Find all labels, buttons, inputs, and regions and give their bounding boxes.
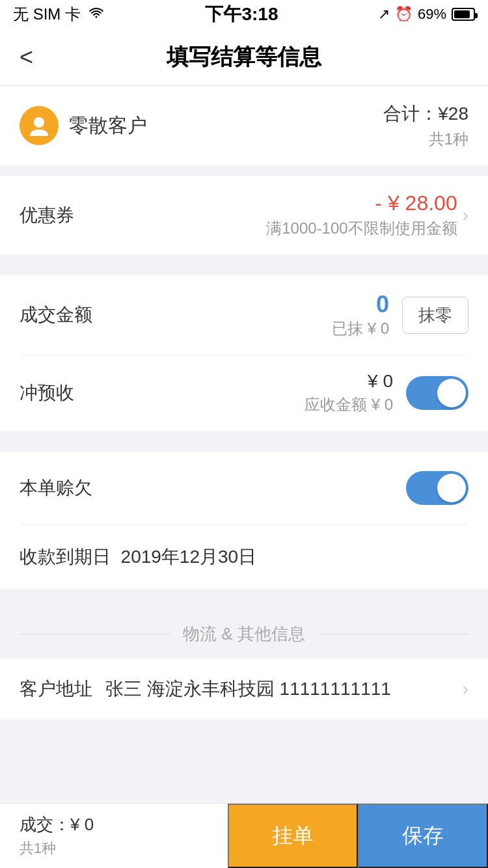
back-button[interactable]: < <box>20 44 33 71</box>
logistics-header: 物流 & 其他信息 <box>0 610 488 658</box>
status-left: 无 SIM 卡 <box>13 4 105 25</box>
status-time: 下午3:18 <box>205 2 278 27</box>
amount-value-wrap: 0 已抹 ¥ 0 <box>332 291 389 339</box>
no-sim-label: 无 SIM 卡 <box>13 4 81 25</box>
prepay-label: 冲预收 <box>20 381 74 405</box>
amount-subtext: 已抹 ¥ 0 <box>332 318 389 339</box>
amount-value: 0 <box>332 291 389 318</box>
customer-avatar <box>20 106 59 145</box>
coupon-subtext: 满1000-100不限制使用金额 <box>266 218 457 239</box>
debt-row: 本单赊欠 <box>0 452 488 524</box>
logistics-title: 物流 & 其他信息 <box>170 623 318 645</box>
bottom-bar: 成交：¥ 0 共1种 挂单 保存 <box>0 803 488 868</box>
coupon-section: 优惠券 - ¥ 28.00 满1000-100不限制使用金额 › <box>0 176 488 254</box>
battery-icon <box>452 8 475 21</box>
address-section: 客户地址 张三 海淀永丰科技园 11111111111 › <box>0 658 488 720</box>
wifi-icon <box>87 5 105 23</box>
hang-order-button[interactable]: 挂单 <box>228 804 358 868</box>
customer-name: 零散客户 <box>69 113 147 139</box>
bottom-count: 共1种 <box>20 839 208 858</box>
nav-bar: < 填写结算等信息 <box>0 29 488 86</box>
address-row[interactable]: 客户地址 张三 海淀永丰科技园 11111111111 › <box>0 658 488 720</box>
address-chevron-wrap: › <box>457 679 468 699</box>
customer-section: 零散客户 合计：¥28 共1种 <box>0 86 488 165</box>
prepay-sub: 应收金额 ¥ 0 <box>305 394 393 415</box>
address-value: 张三 海淀永丰科技园 11111111111 <box>105 677 457 701</box>
status-bar: 无 SIM 卡 下午3:18 ↗ ⏰ 69% <box>0 0 488 29</box>
coupon-label: 优惠券 <box>20 203 74 228</box>
customer-count: 共1种 <box>383 129 468 150</box>
prepay-row: 冲预收 ¥ 0 应收金额 ¥ 0 <box>0 355 488 431</box>
debt-toggle[interactable] <box>406 471 468 505</box>
prepay-toggle[interactable] <box>406 376 468 410</box>
logistics-line-right <box>318 634 468 634</box>
bottom-deal-label: 成交：¥ 0 <box>20 813 208 836</box>
due-date-label: 收款到期日 2019年12月30日 <box>20 547 256 567</box>
page-title: 填写结算等信息 <box>167 42 321 72</box>
address-chevron-icon: › <box>463 679 468 699</box>
battery-label: 69% <box>418 6 446 23</box>
save-button[interactable]: 保存 <box>358 804 488 868</box>
bottom-info: 成交：¥ 0 共1种 <box>0 804 228 868</box>
section-divider-1 <box>0 265 488 275</box>
customer-row: 零散客户 合计：¥28 共1种 <box>0 86 488 165</box>
amount-right: 0 已抹 ¥ 0 抹零 <box>332 291 468 339</box>
customer-left: 零散客户 <box>20 106 147 145</box>
amount-prepay-section: 成交金额 0 已抹 ¥ 0 抹零 冲预收 ¥ 0 应收金额 ¥ 0 <box>0 275 488 431</box>
coupon-value-wrap: - ¥ 28.00 满1000-100不限制使用金额 <box>266 191 457 239</box>
svg-point-0 <box>34 117 44 128</box>
alarm-icon: ⏰ <box>395 6 413 23</box>
due-date-row: 收款到期日 2019年12月30日 <box>0 525 488 589</box>
due-date-value: 2019年12月30日 <box>121 547 257 567</box>
round-zero-button[interactable]: 抹零 <box>402 297 468 334</box>
address-label: 客户地址 <box>20 677 92 701</box>
coupon-chevron-icon: › <box>463 205 468 226</box>
location-icon: ↗ <box>378 6 390 23</box>
logistics-line-left <box>20 634 170 634</box>
content: 零散客户 合计：¥28 共1种 优惠券 - ¥ 28.00 满1000-100不… <box>0 86 488 868</box>
prepay-values: ¥ 0 应收金额 ¥ 0 <box>305 371 393 415</box>
customer-total: 合计：¥28 <box>383 102 468 126</box>
amount-row: 成交金额 0 已抹 ¥ 0 抹零 <box>0 275 488 355</box>
debt-label: 本单赊欠 <box>20 476 92 500</box>
debt-section: 本单赊欠 收款到期日 2019年12月30日 <box>0 452 488 589</box>
amount-label: 成交金额 <box>20 303 92 327</box>
status-right: ↗ ⏰ 69% <box>378 6 475 23</box>
bottom-deal-value: ¥ 0 <box>70 815 94 834</box>
prepay-right: ¥ 0 应收金额 ¥ 0 <box>305 371 468 415</box>
section-divider-2 <box>0 441 488 452</box>
prepay-main: ¥ 0 <box>305 371 393 392</box>
coupon-row[interactable]: 优惠券 - ¥ 28.00 满1000-100不限制使用金额 › <box>0 176 488 254</box>
section-divider-3 <box>0 599 488 610</box>
coupon-value: - ¥ 28.00 <box>266 191 457 215</box>
customer-right: 合计：¥28 共1种 <box>383 102 468 150</box>
